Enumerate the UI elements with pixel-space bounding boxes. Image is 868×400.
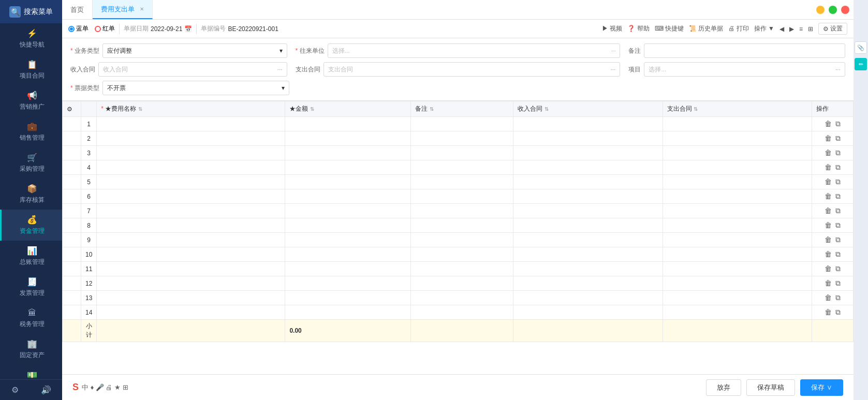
remark-sort-icon[interactable]: ⇅ xyxy=(430,106,434,112)
row-remark-5[interactable] xyxy=(411,175,513,189)
copy-icon-14[interactable]: ⧉ xyxy=(835,308,841,316)
row-name-4[interactable] xyxy=(97,160,285,175)
tab-expense[interactable]: 费用支出单 ✕ xyxy=(93,0,153,19)
row-name-1[interactable] xyxy=(97,117,285,131)
row-income-12[interactable] xyxy=(513,276,663,291)
sidebar-item-fixed-assets[interactable]: 🏢固定资产 xyxy=(0,334,62,365)
expense-sort-icon[interactable]: ⇅ xyxy=(694,106,698,112)
row-amount-2[interactable] xyxy=(285,131,411,146)
red-radio[interactable]: 红单 xyxy=(95,24,115,33)
copy-icon-9[interactable]: ⧉ xyxy=(835,235,841,244)
row-income-8[interactable] xyxy=(513,218,663,233)
row-name-6[interactable] xyxy=(97,189,285,204)
row-expense-3[interactable] xyxy=(663,146,812,160)
operate-btn[interactable]: 操作 ▼ xyxy=(754,24,774,33)
row-remark-4[interactable] xyxy=(411,160,513,175)
delete-icon-7[interactable]: 🗑 xyxy=(825,206,832,215)
row-amount-12[interactable] xyxy=(285,276,411,291)
tab-home[interactable]: 首页 xyxy=(62,0,93,19)
delete-icon-9[interactable]: 🗑 xyxy=(825,235,832,244)
row-expense-7[interactable] xyxy=(663,204,812,218)
delete-icon-12[interactable]: 🗑 xyxy=(825,279,832,287)
row-name-13[interactable] xyxy=(97,291,285,305)
settings-icon[interactable]: ⚙ xyxy=(11,385,19,395)
row-name-12[interactable] xyxy=(97,276,285,291)
copy-icon-11[interactable]: ⧉ xyxy=(835,264,841,273)
row-amount-13[interactable] xyxy=(285,291,411,305)
delete-icon-14[interactable]: 🗑 xyxy=(825,308,832,316)
row-expense-10[interactable] xyxy=(663,247,812,262)
shortcut-btn[interactable]: ⌨ 快捷键 xyxy=(655,24,684,33)
row-expense-13[interactable] xyxy=(663,291,812,305)
remark-input[interactable] xyxy=(644,43,845,58)
save-button[interactable]: 保存 ∨ xyxy=(800,379,843,396)
row-income-13[interactable] xyxy=(513,291,663,305)
nav-left-btn[interactable]: ◀ xyxy=(779,25,784,33)
blue-radio[interactable]: 蓝单 xyxy=(68,24,89,33)
delete-icon-3[interactable]: 🗑 xyxy=(825,149,832,157)
row-name-7[interactable] xyxy=(97,204,285,218)
row-remark-7[interactable] xyxy=(411,204,513,218)
close-button[interactable] xyxy=(841,6,849,14)
copy-icon-12[interactable]: ⧉ xyxy=(835,279,841,287)
minimize-button[interactable] xyxy=(816,6,825,14)
row-expense-12[interactable] xyxy=(663,276,812,291)
copy-icon-10[interactable]: ⧉ xyxy=(835,250,841,258)
delete-icon-11[interactable]: 🗑 xyxy=(825,264,832,273)
delete-icon-1[interactable]: 🗑 xyxy=(825,120,832,128)
row-income-10[interactable] xyxy=(513,247,663,262)
row-amount-14[interactable] xyxy=(285,305,411,320)
delete-icon-5[interactable]: 🗑 xyxy=(825,177,832,186)
attachment-icon[interactable]: 📎 xyxy=(855,41,867,54)
delete-icon-2[interactable]: 🗑 xyxy=(825,134,832,142)
sidebar-item-salary[interactable]: 💵工资 xyxy=(0,365,62,379)
help-btn[interactable]: ❓ 帮助 xyxy=(627,24,649,33)
row-name-11[interactable] xyxy=(97,262,285,276)
row-expense-2[interactable] xyxy=(663,131,812,146)
col-gear[interactable]: ⚙ xyxy=(63,101,81,117)
counterpart-input[interactable]: 选择... ··· xyxy=(328,43,621,58)
project-input[interactable]: 选择... ··· xyxy=(644,62,845,77)
row-expense-11[interactable] xyxy=(663,262,812,276)
delete-icon-4[interactable]: 🗑 xyxy=(825,163,832,171)
row-name-10[interactable] xyxy=(97,247,285,262)
copy-icon-4[interactable]: ⧉ xyxy=(835,163,841,171)
copy-icon-7[interactable]: ⧉ xyxy=(835,206,841,215)
save-draft-button[interactable]: 保存草稿 xyxy=(746,379,795,396)
row-expense-8[interactable] xyxy=(663,218,812,233)
row-remark-1[interactable] xyxy=(411,117,513,131)
row-expense-9[interactable] xyxy=(663,233,812,247)
row-name-5[interactable] xyxy=(97,175,285,189)
sidebar-item-tax-mgmt[interactable]: 🏛税务管理 xyxy=(0,303,62,334)
sidebar-item-project-contract[interactable]: 📋项目合同 xyxy=(0,54,62,85)
row-expense-1[interactable] xyxy=(663,117,812,131)
row-remark-2[interactable] xyxy=(411,131,513,146)
print-btn[interactable]: 🖨 打印 xyxy=(728,24,748,33)
row-remark-10[interactable] xyxy=(411,247,513,262)
sidebar-item-sales-mgmt[interactable]: 💼销售管理 xyxy=(0,116,62,147)
sidebar-item-quick-nav[interactable]: ⚡快捷导航 xyxy=(0,23,62,54)
row-remark-3[interactable] xyxy=(411,146,513,160)
row-amount-5[interactable] xyxy=(285,175,411,189)
sidebar-item-capital-mgmt[interactable]: 💰资金管理 xyxy=(0,210,62,241)
row-remark-8[interactable] xyxy=(411,218,513,233)
row-name-2[interactable] xyxy=(97,131,285,146)
row-income-3[interactable] xyxy=(513,146,663,160)
row-remark-9[interactable] xyxy=(411,233,513,247)
row-amount-3[interactable] xyxy=(285,146,411,160)
row-name-3[interactable] xyxy=(97,146,285,160)
discard-button[interactable]: 放弃 xyxy=(706,379,741,396)
tab-close-icon[interactable]: ✕ xyxy=(140,6,144,12)
setting-button[interactable]: ⚙ 设置 xyxy=(818,23,847,35)
row-expense-6[interactable] xyxy=(663,189,812,204)
delete-icon-13[interactable]: 🗑 xyxy=(825,293,832,302)
row-amount-8[interactable] xyxy=(285,218,411,233)
row-income-4[interactable] xyxy=(513,160,663,175)
copy-icon-5[interactable]: ⧉ xyxy=(835,177,841,186)
delete-icon-6[interactable]: 🗑 xyxy=(825,192,832,200)
copy-icon-3[interactable]: ⧉ xyxy=(835,149,841,157)
delete-icon-8[interactable]: 🗑 xyxy=(825,221,832,229)
row-expense-4[interactable] xyxy=(663,160,812,175)
row-name-9[interactable] xyxy=(97,233,285,247)
row-income-7[interactable] xyxy=(513,204,663,218)
